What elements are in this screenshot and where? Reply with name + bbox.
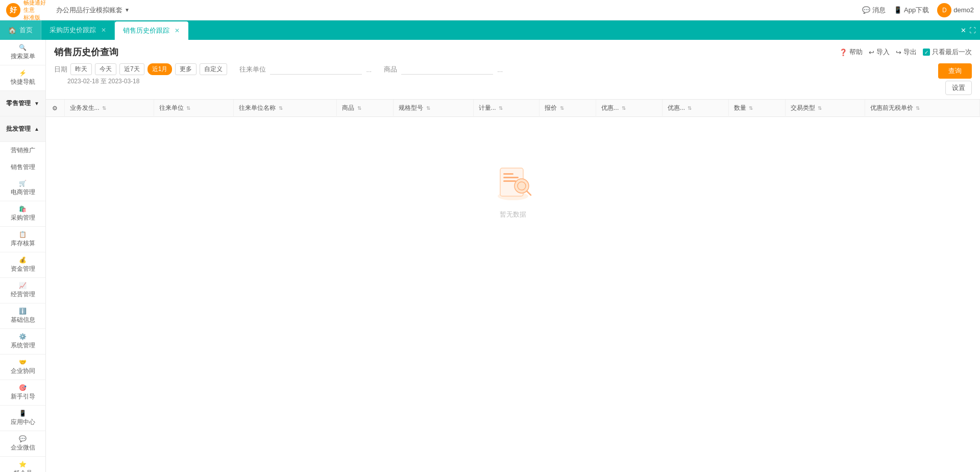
- date-buttons-row: 日期 昨天 今天 近7天 近1月 更多 自定义: [54, 63, 227, 75]
- th-discount1-label: 优惠...: [601, 104, 619, 111]
- app-center-icon: 📱: [19, 410, 27, 417]
- th-goods[interactable]: 商品 ⇅: [337, 100, 394, 117]
- tab-bar-actions: ✕ ⛶: [961, 27, 980, 34]
- th-biz-date[interactable]: 业务发生... ⇅: [64, 100, 154, 117]
- logo-area: 好 畅捷通好生意 标准版: [6, 0, 49, 21]
- newbie-icon: 🎯: [19, 384, 27, 391]
- th-discount2[interactable]: 优惠... ⇅: [663, 100, 729, 117]
- date-btn-1month[interactable]: 近1月: [148, 63, 173, 75]
- th-pre-tax-price[interactable]: 优惠前无税单价 ⇅: [865, 100, 980, 117]
- message-label: 消息: [872, 6, 886, 15]
- query-button[interactable]: 查询: [938, 63, 972, 79]
- help-action[interactable]: ❓ 帮助: [839, 48, 863, 57]
- export-label: 导出: [903, 48, 917, 57]
- page-title-row: 销售历史价查询 ❓ 帮助 ↩ 导入 ↪ 导出 ✓: [54, 46, 972, 58]
- empty-illustration: [490, 158, 536, 204]
- th-partner-code-label: 往来单位: [159, 104, 184, 111]
- sidebar-item-enterprise-collab[interactable]: 🤝 企业协同: [0, 355, 45, 380]
- sidebar-item-vip-member[interactable]: ⭐ 畅会员: [0, 457, 45, 472]
- sidebar-item-purchase-mgmt[interactable]: 🛍️ 采购管理: [0, 201, 45, 227]
- top-bar-right: 💬 消息 📱 App下载 D demo2: [862, 3, 974, 17]
- sidebar-operations-label: 经营管理: [11, 290, 35, 299]
- user-action[interactable]: D demo2: [937, 3, 974, 17]
- th-trade-type-label: 交易类型: [791, 104, 815, 111]
- only-last-action[interactable]: ✓ 只看最后一次: [923, 48, 972, 57]
- sidebar-item-quick-nav[interactable]: ⚡ 快捷导航: [0, 65, 45, 91]
- th-settings[interactable]: ⚙: [46, 100, 64, 117]
- goods-filter: 商品 ...: [384, 64, 503, 75]
- date-range-text: 2023-02-18 至 2023-03-18: [67, 78, 139, 85]
- tab-purchase-history[interactable]: 采购历史价跟踪 ✕: [41, 20, 115, 40]
- app-selector[interactable]: 办公用品行业模拟账套 ▼: [53, 5, 133, 16]
- tab-purchase-history-label: 采购历史价跟踪: [50, 26, 96, 35]
- filter-container: 日期 昨天 今天 近7天 近1月 更多 自定义 2023-02-18 至 202…: [54, 63, 972, 95]
- filter-action-buttons: 查询 设置: [938, 63, 972, 95]
- th-partner-code[interactable]: 往来单位 ⇅: [154, 100, 233, 117]
- export-action[interactable]: ↪ 导出: [896, 48, 917, 57]
- sidebar-item-operations-mgmt[interactable]: 📈 经营管理: [0, 278, 45, 303]
- import-label: 导入: [876, 48, 890, 57]
- only-last-checkbox[interactable]: ✓: [923, 49, 930, 56]
- export-icon: ↪: [896, 49, 901, 56]
- quick-nav-icon: ⚡: [19, 69, 27, 77]
- maximize-icon[interactable]: ⛶: [969, 27, 976, 34]
- sidebar-item-system-settings[interactable]: ⚙️ 系统管理: [0, 329, 45, 355]
- operations-icon: 📈: [19, 282, 27, 289]
- settings-button[interactable]: 设置: [945, 81, 972, 95]
- sort-icon-partner-name: ⇅: [279, 105, 283, 111]
- sidebar-purchase-label: 采购管理: [11, 214, 35, 222]
- tab-sales-history-label: 销售历史价跟踪: [123, 26, 169, 35]
- sidebar-item-finance-mgmt[interactable]: 💰 资金管理: [0, 252, 45, 278]
- sidebar-wechat-label: 企业微信: [11, 443, 35, 452]
- close-purchase-tab-icon[interactable]: ✕: [101, 27, 106, 34]
- date-btn-custom[interactable]: 自定义: [200, 63, 227, 75]
- page-actions: ❓ 帮助 ↩ 导入 ↪ 导出 ✓ 只看最后一次: [839, 48, 972, 57]
- th-pre-tax-price-label: 优惠前无税单价: [870, 104, 913, 111]
- close-sales-tab-icon[interactable]: ✕: [175, 27, 180, 34]
- tab-sales-history[interactable]: 销售历史价跟踪 ✕: [115, 21, 188, 40]
- close-all-tabs-icon[interactable]: ✕: [961, 27, 966, 34]
- sidebar-subitem-sales-mgmt[interactable]: 销售管理: [0, 159, 45, 176]
- empty-state: 暂无数据: [46, 117, 980, 260]
- date-btn-yesterday[interactable]: 昨天: [70, 63, 92, 75]
- th-unit[interactable]: 计量... ⇅: [473, 100, 540, 117]
- system-icon: ⚙️: [19, 333, 27, 340]
- goods-input[interactable]: [401, 64, 493, 75]
- sidebar-item-enterprise-wechat[interactable]: 💬 企业微信: [0, 431, 45, 457]
- sidebar-subitem-marketing[interactable]: 营销推广: [0, 142, 45, 159]
- date-btn-7days[interactable]: 近7天: [119, 63, 144, 75]
- date-btn-today[interactable]: 今天: [95, 63, 116, 75]
- table-wrap: ⚙ 业务发生... ⇅ 往来单位 ⇅ 往来单位名称 ⇅: [46, 100, 980, 472]
- th-spec[interactable]: 规格型号 ⇅: [394, 100, 473, 117]
- tab-home[interactable]: 🏠 首页: [0, 20, 41, 40]
- gear-icon[interactable]: ⚙: [52, 105, 58, 112]
- chevron-down-icon: ▼: [125, 7, 130, 13]
- import-icon: ↩: [869, 49, 874, 56]
- sidebar-item-newbie-guide[interactable]: 🎯 新手引导: [0, 380, 45, 406]
- sidebar-item-retail-mgmt[interactable]: 零售管理 ▼: [0, 91, 45, 116]
- partner-input[interactable]: [270, 64, 362, 75]
- date-btn-more[interactable]: 更多: [175, 63, 197, 75]
- logo-icon: 好: [6, 3, 20, 17]
- sidebar-item-app-center[interactable]: 📱 应用中心: [0, 406, 45, 431]
- message-action[interactable]: 💬 消息: [862, 6, 886, 15]
- sidebar-system-label: 系统管理: [11, 341, 35, 350]
- th-trade-type[interactable]: 交易类型 ⇅: [785, 100, 865, 117]
- sidebar-item-wholesale-mgmt[interactable]: 批发管理 ▲: [0, 116, 45, 142]
- th-partner-name[interactable]: 往来单位名称 ⇅: [234, 100, 337, 117]
- data-table: ⚙ 业务发生... ⇅ 往来单位 ⇅ 往来单位名称 ⇅: [46, 100, 980, 117]
- sidebar-item-inventory[interactable]: 📋 库存核算: [0, 227, 45, 252]
- sidebar-item-search-menu[interactable]: 🔍 搜索菜单: [0, 40, 45, 65]
- app-download-action[interactable]: 📱 App下载: [894, 6, 929, 15]
- collab-icon: 🤝: [19, 359, 27, 366]
- user-label: demo2: [953, 6, 974, 14]
- sidebar-retail-label: 零售管理: [6, 99, 31, 108]
- th-discount1[interactable]: 优惠... ⇅: [596, 100, 663, 117]
- sidebar-item-basic-info[interactable]: ℹ️ 基础信息: [0, 303, 45, 329]
- th-quantity[interactable]: 数量 ⇅: [728, 100, 785, 117]
- sort-icon-quantity: ⇅: [749, 105, 753, 111]
- th-quote[interactable]: 报价 ⇅: [540, 100, 596, 117]
- date-filter: 日期 昨天 今天 近7天 近1月 更多 自定义 2023-02-18 至 202…: [54, 63, 227, 86]
- import-action[interactable]: ↩ 导入: [869, 48, 890, 57]
- sidebar-item-ecommerce-mgmt[interactable]: 🛒 电商管理: [0, 176, 45, 201]
